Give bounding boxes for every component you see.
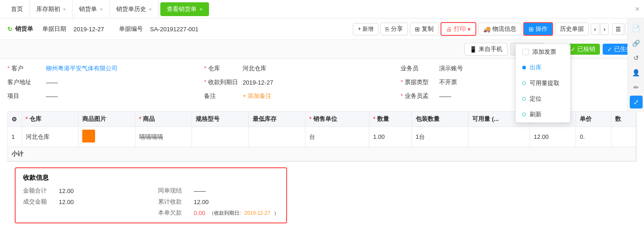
tab-close-inventory[interactable]: × — [63, 6, 66, 12]
dropdown-outbound[interactable]: 出库 — [516, 60, 570, 75]
print-icon: 🖨 — [446, 26, 452, 33]
customer-value[interactable]: 柳州粤港平安气体有限公司 — [46, 64, 118, 73]
from-phone-button[interactable]: 📱 来自手机 — [464, 43, 508, 56]
print-dropdown-icon: ▾ — [468, 26, 471, 33]
address-label: 客户地址 — [7, 78, 44, 86]
doc-title-text: 销货单 — [15, 25, 33, 33]
row-index: 1 — [8, 127, 22, 147]
copy-button[interactable]: ⊞ 复制 — [410, 23, 439, 35]
warehouse-field: 仓库 河北仓库 — [204, 64, 401, 73]
customer-field: 客户 柳州粤港平安气体有限公司 — [7, 64, 204, 73]
payment-date-field: 收款到期日 2019-12-27 — [204, 78, 401, 86]
number-value: SA-20191227-001 — [150, 26, 199, 33]
prev-button[interactable]: ‹ — [591, 23, 599, 35]
dropdown-available-qty[interactable]: 可用量提取 — [516, 75, 570, 91]
col-img: 商品图片 — [79, 112, 136, 127]
subtotal-row: 小计 — [8, 147, 636, 161]
share-icon: ⎘ — [385, 26, 389, 33]
tab-close-sales[interactable]: × — [100, 6, 102, 12]
total-row: 金额合计 12.00 — [23, 187, 144, 195]
col-min-stock: 最低库存 — [249, 112, 305, 127]
row-stock: 12.00 — [530, 127, 576, 147]
project-label: 项目 — [7, 92, 44, 100]
warehouse-label: 仓库 — [204, 64, 241, 73]
staff2-value: —— — [439, 93, 451, 100]
phone-icon: 📱 — [469, 46, 477, 53]
tab-view-sales[interactable]: 查看销货单 × — [160, 2, 209, 16]
cumulative-label: 累计收款 — [158, 198, 190, 206]
tab-close-view[interactable]: × — [199, 6, 202, 12]
cumulative-row: 累计收款 12.00 — [158, 198, 279, 206]
new-button[interactable]: + 新增 — [353, 23, 378, 35]
row-price: 0. — [576, 127, 611, 147]
operate-icon: ⊞ — [529, 26, 534, 33]
dot-icon-blue — [522, 66, 526, 69]
deal-value: 12.00 — [59, 199, 74, 205]
cancelled-badge: ✓ 已核销 — [566, 44, 600, 55]
doc-meta: 单据日期 2019-12-27 单据编号 SA-20191227-001 — [42, 25, 198, 33]
sidebar-icon-2[interactable]: 🔗 — [630, 37, 643, 50]
col-gear: ⚙ — [8, 112, 22, 127]
row-pkg-qty: 1台 — [412, 127, 469, 147]
sidebar-icon-5[interactable]: ✏ — [630, 81, 643, 94]
sidebar-icon-3[interactable]: ↺ — [630, 51, 643, 64]
dot-icon-3 — [522, 113, 526, 116]
logistics-button[interactable]: 🚚 物流信息 — [478, 23, 521, 35]
add-remark-button[interactable]: + 添加备注 — [243, 92, 271, 100]
doc-title: ↻ 销货单 — [7, 25, 33, 33]
doc-header: ↻ 销货单 单据日期 2019-12-27 单据编号 SA-20191227-0… — [0, 18, 644, 40]
ticket-type-label: 票据类型 — [401, 78, 437, 86]
print-button[interactable]: 🖨 打印 ▾ — [441, 22, 476, 36]
row-product: 嗝嗝嗝嗝 — [135, 127, 192, 147]
subtotal-label: 小计 — [8, 147, 636, 161]
balance-label: 本单欠款 — [158, 209, 190, 217]
sidebar-icon-expand[interactable]: ⤢ — [630, 96, 643, 108]
col-amount: 数 — [611, 112, 636, 127]
col-unit: 销售单位 — [305, 112, 369, 127]
remark-field: 备注 + 添加备注 — [204, 92, 401, 100]
payment-section: 收款信息 金额合计 12.00 同单现结 —— 成交金额 12.00 累计收款 … — [15, 167, 287, 223]
sidebar-icon-4[interactable]: 👤 — [630, 66, 643, 79]
table-row: 1 河北仓库 嗝嗝嗝嗝 台 1.00 1台 12.00 0. — [8, 127, 636, 147]
col-warehouse: 仓库 — [22, 112, 79, 127]
staff-label: 业务员 — [401, 64, 437, 73]
right-sidebar: 📄 🔗 ↺ 👤 ✏ ⤢ — [627, 18, 644, 112]
dropdown-add-invoice[interactable]: 添加发票 — [516, 44, 570, 60]
payment-title: 收款信息 — [23, 174, 279, 182]
operate-button[interactable]: ⊞ 操作 — [523, 22, 553, 36]
tab-close-history[interactable]: × — [149, 6, 152, 12]
payment-grid: 金额合计 12.00 同单现结 —— 成交金额 12.00 累计收款 12.00 — [23, 187, 279, 217]
col-price: 单价 — [576, 112, 611, 127]
window-close-button[interactable]: × — [635, 5, 639, 13]
row-available — [469, 127, 530, 147]
number-label: 单据编号 — [119, 25, 143, 33]
doc-icon: ↻ — [7, 26, 12, 33]
share-button[interactable]: ⎘ 分享 — [380, 23, 408, 35]
dropdown-refresh[interactable]: 刷新 — [516, 107, 570, 122]
next-button[interactable]: › — [600, 23, 609, 35]
row-spec — [192, 127, 249, 147]
dot-icon-2 — [522, 97, 526, 101]
sidebar-icon-1[interactable]: 📄 — [630, 22, 643, 35]
tab-sales-order[interactable]: 销货单 × — [73, 0, 109, 18]
col-pkg-qty: 包装数量 — [412, 112, 469, 127]
balance-date: 2019-12-27 — [244, 210, 270, 216]
col-spec: 规格型号 — [192, 112, 249, 127]
nav-arrows: ‹ › — [591, 23, 609, 35]
tab-sales-history[interactable]: 销货单历史 × — [110, 0, 158, 18]
row-min-stock — [249, 127, 305, 147]
project-value: —— — [46, 93, 58, 100]
same-order-label: 同单现结 — [158, 187, 190, 195]
project-field: 项目 —— — [7, 92, 204, 100]
list-view-button[interactable]: ☰ — [612, 23, 624, 35]
tab-home[interactable]: 首页 — [5, 0, 30, 18]
col-product: 商品 — [135, 112, 192, 127]
history-button[interactable]: 历史单据 — [555, 23, 589, 35]
dropdown-locate[interactable]: 定位 — [516, 91, 570, 107]
date-value: 2019-12-27 — [73, 26, 104, 33]
tab-inventory-init[interactable]: 库存期初 × — [30, 0, 73, 18]
row-img — [79, 127, 136, 147]
staff2-label: 业务员孟 — [401, 92, 437, 100]
same-order-row: 同单现结 —— — [158, 187, 279, 195]
balance-note: （收款到期日: — [209, 210, 241, 217]
